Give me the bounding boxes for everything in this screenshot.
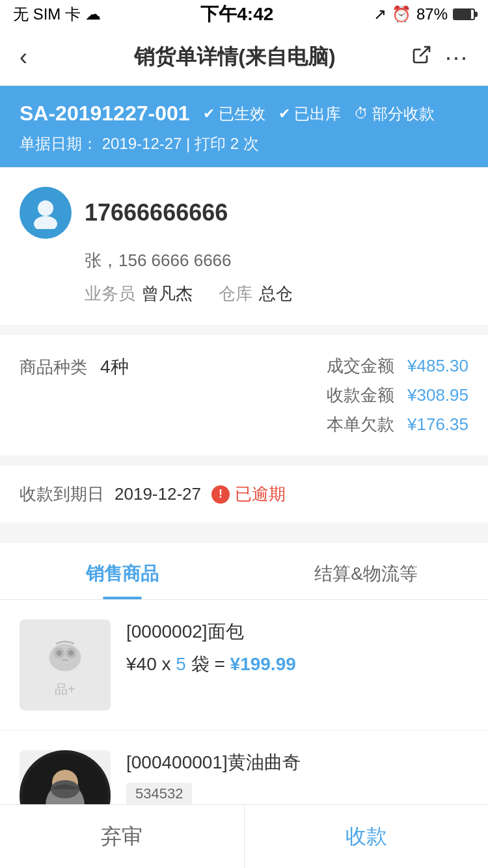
warehouse-value: 总仓 <box>259 282 293 305</box>
avatar <box>20 187 72 239</box>
product-image-1: 品+ <box>20 619 111 711</box>
share-icon[interactable] <box>411 44 432 70</box>
more-icon[interactable]: ··· <box>445 44 468 71</box>
product-name-2: [000400001]黄油曲奇 <box>126 750 468 775</box>
svg-point-2 <box>34 216 57 229</box>
badge-partial: ⏱ 部分收款 <box>354 103 435 124</box>
status-bar: 无 SIM 卡 ☁ 下午4:42 ↗ ⏰ 87% <box>0 0 488 29</box>
customer-row: 17666666666 <box>20 187 468 239</box>
received-label: 收款金额 <box>327 384 394 407</box>
product-qty-1: 5 <box>176 654 186 674</box>
product-name-1: [0000002]面包 <box>126 619 468 644</box>
sales-value: 曾凡杰 <box>142 282 193 305</box>
back-button[interactable]: ‹ <box>20 44 59 71</box>
badge-effective-text: 已生效 <box>219 103 265 124</box>
debt-row: 本单欠款 ¥176.35 <box>327 413 468 436</box>
header-banner-bottom: 单据日期： 2019-12-27 | 打印 2 次 <box>20 133 468 154</box>
stats-section: 商品种类 4种 成交金额 ¥485.30 收款金额 ¥308.95 本单欠款 ¥… <box>0 335 488 455</box>
warehouse-meta: 仓库 总仓 <box>219 282 293 305</box>
received-row: 收款金额 ¥308.95 <box>327 384 468 407</box>
alarm-icon: ⏰ <box>392 5 411 23</box>
nav-actions: ··· <box>411 44 468 71</box>
product-pricing-1: ¥40 x 5 袋 = ¥199.99 <box>126 652 468 677</box>
no-sim-text: 无 SIM 卡 ☁ <box>13 4 101 25</box>
customer-phone: 17666666666 <box>85 199 228 226</box>
stats-right: 成交金额 ¥485.30 收款金额 ¥308.95 本单欠款 ¥176.35 <box>327 355 468 436</box>
customer-section: 17666666666 张，156 6666 6666 业务员 曾凡杰 仓库 总… <box>0 167 488 325</box>
badge-partial-text: 部分收款 <box>372 103 435 124</box>
separator-1 <box>0 522 488 533</box>
sales-meta: 业务员 曾凡杰 <box>85 282 193 305</box>
header-banner: SA-20191227-001 ✔ 已生效 ✔ 已出库 ⏱ 部分收款 单据日期：… <box>0 86 488 167</box>
product-x-1: x <box>162 654 176 674</box>
product-info-1: [0000002]面包 ¥40 x 5 袋 = ¥199.99 <box>126 619 468 677</box>
svg-line-0 <box>420 47 429 57</box>
nav-bar: ‹ 销货单详情(来自电脑) ··· <box>0 29 488 86</box>
due-date-label: 收款到期日 <box>20 483 104 506</box>
date-value: 2019-12-27 <box>102 135 182 152</box>
overdue-icon: ! <box>211 485 230 504</box>
badge-effective: ✔ 已生效 <box>203 103 265 124</box>
due-date-value: 2019-12-27 <box>115 484 201 504</box>
deal-value: ¥485.30 <box>407 356 468 376</box>
status-time: 下午4:42 <box>200 2 273 27</box>
overdue-badge: ! 已逾期 <box>211 483 286 506</box>
product-batch-2: 534532 <box>126 783 192 805</box>
product-total-1: ¥199.99 <box>230 654 296 674</box>
battery-level: 87% <box>416 5 448 23</box>
warehouse-label: 仓库 <box>219 282 252 305</box>
check-icon-2: ✔ <box>278 105 290 122</box>
deal-row: 成交金额 ¥485.30 <box>327 355 468 377</box>
bottom-bar: 弃审 收款 <box>0 804 488 868</box>
product-item-1: 品+ [0000002]面包 ¥40 x 5 袋 = ¥199.99 <box>0 600 488 731</box>
header-banner-top: SA-20191227-001 ✔ 已生效 ✔ 已出库 ⏱ 部分收款 <box>20 102 468 126</box>
stats-left: 商品种类 4种 <box>20 355 129 379</box>
cancel-button[interactable]: 弃审 <box>0 805 245 868</box>
svg-point-6 <box>57 650 62 655</box>
svg-point-7 <box>68 650 74 655</box>
debt-value: ¥176.35 <box>407 414 468 435</box>
status-right: ↗ ⏰ 87% <box>373 5 475 23</box>
svg-point-3 <box>49 644 81 671</box>
clock-icon: ⏱ <box>354 105 368 122</box>
date-label: 单据日期： <box>20 135 98 152</box>
check-icon-1: ✔ <box>203 105 215 122</box>
tabs-section: 销售商品 结算&物流等 <box>0 543 488 600</box>
badge-shipped: ✔ 已出库 <box>278 103 341 124</box>
product-price-1: ¥40 <box>126 654 157 674</box>
separator-pipe: | <box>186 135 195 152</box>
deal-label: 成交金额 <box>327 355 394 377</box>
order-id: SA-20191227-001 <box>20 102 190 126</box>
print-text: 打印 2 次 <box>195 135 259 152</box>
confirm-button[interactable]: 收款 <box>245 805 489 868</box>
customer-detail: 张，156 6666 6666 <box>20 249 468 272</box>
location-icon: ↗ <box>373 5 386 23</box>
product-eq-1: = <box>214 654 230 674</box>
page-title: 销货单详情(来自电脑) <box>59 43 411 72</box>
tab-settlement[interactable]: 结算&物流等 <box>244 543 488 599</box>
overdue-text: 已逾期 <box>235 483 286 506</box>
received-value: ¥308.95 <box>407 385 468 405</box>
battery-icon <box>453 8 475 20</box>
category-label: 商品种类 <box>20 356 87 379</box>
badge-shipped-text: 已出库 <box>294 103 341 124</box>
customer-meta: 业务员 曾凡杰 仓库 总仓 <box>20 282 468 305</box>
category-value: 4种 <box>100 355 129 379</box>
status-left: 无 SIM 卡 ☁ <box>13 4 101 25</box>
due-date-section: 收款到期日 2019-12-27 ! 已逾期 <box>0 466 488 522</box>
svg-point-1 <box>38 200 53 216</box>
debt-label: 本单欠款 <box>327 413 394 436</box>
product-unit-1: 袋 <box>191 654 210 674</box>
tab-products[interactable]: 销售商品 <box>0 543 244 599</box>
sales-label: 业务员 <box>85 282 135 305</box>
